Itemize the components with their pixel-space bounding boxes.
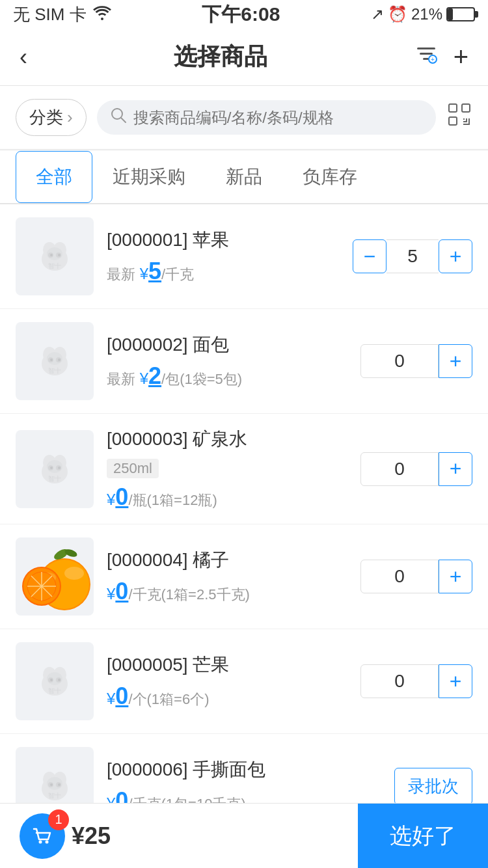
nav-left: ‹ xyxy=(20,44,27,71)
price-label: 最新 xyxy=(107,371,135,387)
product-info: [0000005] 芒果 ¥0/个(1箱=6个) xyxy=(107,653,347,710)
back-button[interactable]: ‹ xyxy=(20,44,27,71)
nav-bar: ‹ 选择商品 + + xyxy=(0,29,488,86)
price-num: 0 xyxy=(115,683,128,709)
product-image: 智十 xyxy=(16,430,94,508)
svg-point-30 xyxy=(50,359,53,361)
chevron-right-icon: › xyxy=(67,107,73,128)
svg-text:智十: 智十 xyxy=(48,687,61,694)
list-item: 智十 [0000005] 芒果 ¥0/个(1箱=6个) + xyxy=(0,629,488,734)
svg-text:智十: 智十 xyxy=(48,475,61,482)
category-button[interactable]: 分类 › xyxy=(16,99,87,136)
location-icon: ↗ xyxy=(371,5,384,23)
price-num: 0 xyxy=(115,578,128,604)
svg-rect-0 xyxy=(417,47,435,49)
product-list: 智十 [0000001] 苹果 最新 ¥5/千克 − + 智十 [0000002… xyxy=(0,204,488,868)
svg-point-22 xyxy=(58,254,61,256)
category-label: 分类 xyxy=(29,106,63,129)
wifi-icon xyxy=(93,5,111,25)
product-info: [0000003] 矿泉水 250ml ¥0/瓶(1箱=12瓶) xyxy=(107,427,347,511)
cart-area: 1 ¥25 xyxy=(0,813,358,859)
product-name: [0000005] 芒果 xyxy=(107,653,347,677)
svg-text:智十: 智十 xyxy=(48,367,61,374)
product-price: ¥0/千克(1箱=2.5千克) xyxy=(107,578,347,605)
cart-total: ¥25 xyxy=(72,822,111,850)
carrier-label: 无 SIM 卡 xyxy=(13,3,87,26)
price-num: 2 xyxy=(148,362,161,389)
quantity-input[interactable] xyxy=(360,344,439,378)
product-name: [0000001] 苹果 xyxy=(107,228,340,252)
svg-rect-8 xyxy=(462,104,470,112)
quantity-input[interactable] xyxy=(360,664,439,698)
scan-icon[interactable] xyxy=(446,102,472,133)
quantity-input[interactable] xyxy=(360,452,439,486)
quantity-input[interactable] xyxy=(386,239,439,273)
list-item: [0000004] 橘子 ¥0/千克(1箱=2.5千克) + xyxy=(0,524,488,629)
status-time: 下午6:08 xyxy=(202,1,280,28)
price-num: 0 xyxy=(115,483,128,510)
search-box xyxy=(97,100,436,135)
product-info: [0000001] 苹果 最新 ¥5/千克 xyxy=(107,228,340,285)
svg-point-61 xyxy=(50,679,53,681)
quantity-input[interactable] xyxy=(360,560,439,593)
quantity-control: + xyxy=(360,452,472,486)
product-name: [0000003] 矿泉水 xyxy=(107,427,347,452)
list-item: 智十 [0000001] 苹果 最新 ¥5/千克 − + xyxy=(0,204,488,309)
svg-point-44 xyxy=(64,567,84,580)
search-input[interactable] xyxy=(133,109,423,127)
page-title: 选择商品 xyxy=(174,41,267,73)
quantity-control: + xyxy=(360,560,472,593)
product-price: 最新 ¥5/千克 xyxy=(107,258,340,285)
product-price: ¥0/瓶(1箱=12瓶) xyxy=(107,483,347,511)
tab-negative-label: 负库存 xyxy=(303,167,357,187)
bottom-bar: 1 ¥25 选好了 xyxy=(0,803,488,868)
increase-button[interactable]: + xyxy=(439,560,472,593)
svg-point-21 xyxy=(50,254,53,256)
quantity-control: + xyxy=(360,664,472,698)
svg-point-70 xyxy=(50,783,53,786)
svg-rect-12 xyxy=(463,121,467,122)
tab-recent[interactable]: 近期采购 xyxy=(92,151,206,203)
svg-point-71 xyxy=(58,783,61,786)
price-unit: /瓶 xyxy=(128,492,146,508)
list-item: 智十 [0000002] 面包 最新 ¥2/包(1袋=5包) + xyxy=(0,309,488,414)
price-unit: /千克 xyxy=(128,586,161,603)
product-image: 智十 xyxy=(16,217,94,295)
product-name: [0000006] 手撕面包 xyxy=(107,757,381,782)
price-unit: /包 xyxy=(161,371,180,387)
svg-text:智十: 智十 xyxy=(48,262,61,269)
add-button[interactable]: + xyxy=(454,42,468,72)
increase-button[interactable]: + xyxy=(439,664,472,698)
tab-new-label: 新品 xyxy=(226,167,262,187)
tab-all[interactable]: 全部 xyxy=(16,151,92,203)
nav-right: + + xyxy=(414,42,468,72)
svg-rect-14 xyxy=(463,124,470,125)
status-bar: 无 SIM 卡 下午6:08 ↗ ⏰ 21% xyxy=(0,0,488,29)
cart-button[interactable]: 1 xyxy=(20,813,65,859)
product-image: 智十 xyxy=(16,322,94,400)
product-image: 智十 xyxy=(16,642,94,720)
filter-icon[interactable]: + xyxy=(414,42,438,72)
svg-rect-7 xyxy=(449,104,457,112)
price-label: 最新 xyxy=(107,266,135,282)
status-right: ↗ ⏰ 21% xyxy=(371,5,475,23)
increase-button[interactable]: + xyxy=(439,344,472,378)
tab-new[interactable]: 新品 xyxy=(206,151,282,203)
product-price: 最新 ¥2/包(1袋=5包) xyxy=(107,362,347,390)
svg-rect-10 xyxy=(463,118,465,120)
tab-all-label: 全部 xyxy=(36,167,72,187)
product-spec: 250ml xyxy=(107,459,159,478)
price-unit: /个 xyxy=(128,691,146,707)
quantity-control: − + xyxy=(353,239,472,273)
tab-negative[interactable]: 负库存 xyxy=(282,151,377,203)
product-name: [0000004] 橘子 xyxy=(107,548,347,573)
product-name: [0000002] 面包 xyxy=(107,332,347,357)
increase-button[interactable]: + xyxy=(439,239,472,273)
decrease-button[interactable]: − xyxy=(353,239,386,273)
battery-percent: 21% xyxy=(411,5,442,23)
confirm-button[interactable]: 选好了 xyxy=(358,804,488,869)
batch-button[interactable]: 录批次 xyxy=(394,768,472,805)
svg-text:+: + xyxy=(431,56,435,63)
search-icon xyxy=(110,107,127,128)
increase-button[interactable]: + xyxy=(439,452,472,486)
